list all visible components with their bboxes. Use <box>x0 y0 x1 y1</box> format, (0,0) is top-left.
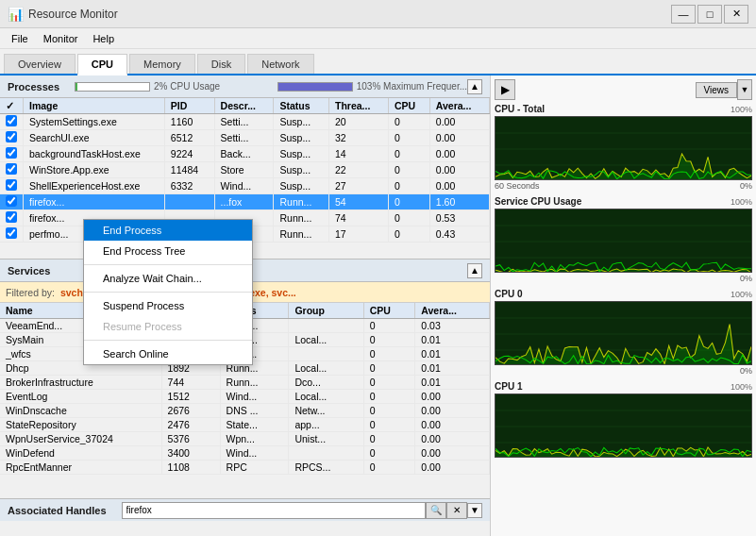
cell-pid: 6332 <box>164 178 214 194</box>
expand-button[interactable]: ▶ <box>495 79 515 100</box>
handles-search-btn[interactable]: 🔍 <box>426 502 446 519</box>
freq-label: 103% Maximum Frequer... <box>357 81 467 92</box>
tab-overview[interactable]: Overview <box>4 54 76 74</box>
scell-name: RpcEntManner <box>0 461 161 475</box>
maximize-button[interactable]: □ <box>697 5 722 24</box>
scell-status: RPC <box>220 461 289 475</box>
tab-disk[interactable]: Disk <box>197 54 245 74</box>
cell-desc: Wind... <box>214 178 274 194</box>
scell-cpu: 0 <box>363 376 415 390</box>
processes-header[interactable]: Processes 2% CPU Usage 103% Maximum Freq… <box>0 75 490 98</box>
scell-cpu: 0 <box>363 404 415 418</box>
cell-cpu: 0 <box>388 146 429 162</box>
cell-cpu: 0 <box>388 114 429 130</box>
col-threads[interactable]: Threa... <box>328 98 388 114</box>
cell-status: Susp... <box>274 114 329 130</box>
processes-collapse[interactable]: ▲ <box>467 79 482 94</box>
cell-threads: 32 <box>328 130 388 146</box>
table-row[interactable]: SystemSettings.exe 1160 Setti... Susp...… <box>0 114 490 130</box>
col-avg[interactable]: Avera... <box>429 98 489 114</box>
context-menu-item-suspend-process[interactable]: Suspend Process <box>84 295 252 316</box>
tab-cpu[interactable]: CPU <box>77 54 127 75</box>
scell-scr: 3400 <box>161 446 220 461</box>
cell-check[interactable] <box>0 210 24 226</box>
minimize-button[interactable]: — <box>671 5 696 24</box>
menu-file[interactable]: File <box>4 31 36 46</box>
context-menu-item-end-process[interactable]: End Process <box>84 220 252 241</box>
close-button[interactable]: ✕ <box>724 5 748 24</box>
menu-monitor[interactable]: Monitor <box>36 31 86 46</box>
graph-footer-right: 0% <box>740 181 752 191</box>
scell-avg: 0.01 <box>415 361 490 376</box>
graph-block-cpu_total: CPU - Total 100% 60 Seconds 0% <box>495 104 752 191</box>
cell-check[interactable] <box>0 130 24 146</box>
cell-desc: ...fox <box>214 194 274 210</box>
col-check[interactable]: ✓ <box>0 98 24 114</box>
graph-block-service_cpu: Service CPU Usage 100% 0% <box>495 196 752 283</box>
cell-avg: 0.00 <box>429 146 489 162</box>
cell-check[interactable] <box>0 146 24 162</box>
scol-avg[interactable]: Avera... <box>415 303 490 319</box>
window-controls: — □ ✕ <box>671 5 748 24</box>
cell-avg: 0.53 <box>429 210 489 226</box>
cell-avg: 0.00 <box>429 114 489 130</box>
list-item[interactable]: StateRepository 2476 State... app... 0 0… <box>0 418 490 432</box>
col-image[interactable]: Image <box>24 98 165 114</box>
services-collapse[interactable]: ▲ <box>467 263 482 278</box>
context-menu-item-analyze-wait-chain...[interactable]: Analyze Wait Chain... <box>84 268 252 289</box>
cell-check[interactable] <box>0 226 24 243</box>
col-status[interactable]: Status <box>274 98 329 114</box>
handles-search: 🔍 ✕ <box>122 502 467 519</box>
cell-check[interactable] <box>0 194 24 210</box>
list-item[interactable]: RpcEntManner 1108 RPC RPCS... 0 0.00 <box>0 461 490 475</box>
table-row[interactable]: WinStore.App.exe 11484 Store Susp... 22 … <box>0 162 490 178</box>
graph-footer: 0% <box>495 274 752 283</box>
cell-image: backgroundTaskHost.exe <box>24 146 165 162</box>
scell-cpu: 0 <box>363 418 415 432</box>
cell-check[interactable] <box>0 178 24 194</box>
scol-cpu[interactable]: CPU <box>363 303 415 319</box>
table-row[interactable]: ShellExperienceHost.exe 6332 Wind... Sus… <box>0 178 490 194</box>
cell-image: ShellExperienceHost.exe <box>24 178 165 194</box>
list-item[interactable]: WinDnscache 2676 DNS ... Netw... 0 0.00 <box>0 404 490 418</box>
handles-cancel-btn[interactable]: ✕ <box>446 502 467 519</box>
context-menu-item-search-online[interactable]: Search Online <box>84 343 252 364</box>
scell-scr: 1108 <box>161 461 220 475</box>
cell-avg: 0.00 <box>429 130 489 146</box>
views-dropdown[interactable]: ▼ <box>737 79 752 100</box>
scell-avg: 0.00 <box>415 432 490 446</box>
table-row[interactable]: backgroundTaskHost.exe 9224 Back... Susp… <box>0 146 490 162</box>
tab-memory[interactable]: Memory <box>129 54 195 74</box>
scell-cpu: 0 <box>363 390 415 404</box>
graphs-container: CPU - Total 100% 60 Seconds 0% Service <box>495 104 752 464</box>
list-item[interactable]: EventLog 1512 Wind... Local... 0 0.00 <box>0 390 490 404</box>
cpu-usage-label: 2% CPU Usage <box>154 81 220 92</box>
list-item[interactable]: BrokerInfrastructure 744 Runn... Dco... … <box>0 376 490 390</box>
scol-group[interactable]: Group <box>289 303 363 319</box>
context-menu-item-end-process-tree[interactable]: End Process Tree <box>84 241 252 261</box>
tab-network[interactable]: Network <box>247 54 313 74</box>
table-row[interactable]: firefox... ...fox Runn... 54 0 1.60 <box>0 194 490 210</box>
col-cpu[interactable]: CPU <box>388 98 429 114</box>
menu-help[interactable]: Help <box>85 31 122 46</box>
handles-collapse[interactable]: ▼ <box>467 503 482 518</box>
cell-check[interactable] <box>0 114 24 130</box>
menu-separator <box>84 264 252 265</box>
scell-scr: 2676 <box>161 404 220 418</box>
handles-input[interactable] <box>122 502 426 519</box>
menu-separator <box>84 340 252 341</box>
cell-pid: 1160 <box>164 114 214 130</box>
cell-check[interactable] <box>0 162 24 178</box>
table-row[interactable]: SearchUI.exe 6512 Setti... Susp... 32 0 … <box>0 130 490 146</box>
cpu-usage-bar-container: 2% CPU Usage <box>75 81 270 92</box>
scell-group: Local... <box>289 361 363 376</box>
list-item[interactable]: WinDefend 3400 Wind... 0 0.00 <box>0 446 490 461</box>
views-button[interactable]: Views <box>696 82 738 98</box>
cell-image: SystemSettings.exe <box>24 114 165 130</box>
list-item[interactable]: WpnUserService_37024 5376 Wpn... Unist..… <box>0 432 490 446</box>
graph-scale: 100% <box>731 382 752 392</box>
graph-title-row: CPU - Total 100% <box>495 104 752 114</box>
col-desc[interactable]: Descr... <box>214 98 274 114</box>
col-pid[interactable]: PID <box>164 98 214 114</box>
processes-title: Processes <box>8 81 59 92</box>
